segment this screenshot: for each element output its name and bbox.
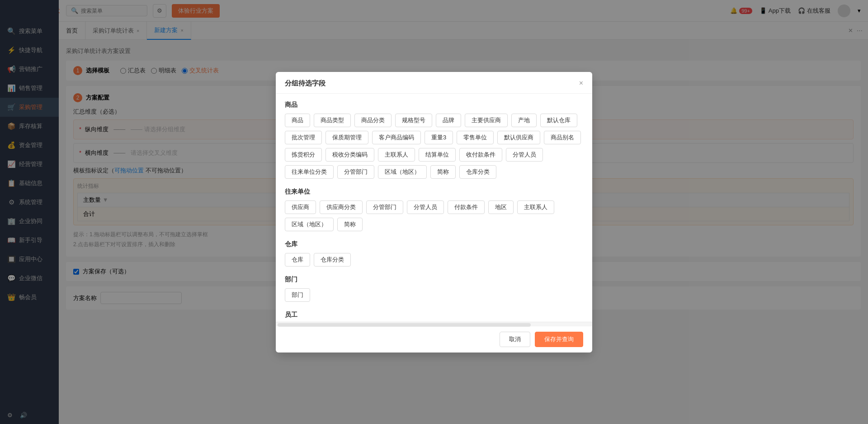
field-tag-short-name-partner[interactable]: 简称 [337,218,363,231]
field-tag-product-category[interactable]: 商品分类 [354,114,392,127]
field-group-partner-title: 往来单位 [285,188,583,196]
field-tag-pick-points[interactable]: 拣货积分 [285,148,322,162]
field-group-employee-title: 员工 [285,311,583,319]
field-tag-spec-model[interactable]: 规格型号 [395,114,432,127]
field-group-employee: 员工 业务员 [285,311,583,322]
cancel-button[interactable]: 取消 [500,332,530,347]
field-tag-weight3[interactable]: 重量3 [425,131,453,144]
field-tag-origin[interactable]: 产地 [511,114,537,127]
field-group-dept: 部门 部门 [285,276,583,302]
field-tags-product: 商品 商品类型 商品分类 规格型号 品牌 主要供应商 产地 默认仓库 批次管理 … [285,114,583,179]
field-tag-default-warehouse[interactable]: 默认仓库 [540,114,577,127]
field-tag-customer-code[interactable]: 客户商品编码 [372,131,421,144]
field-tag-person-partner[interactable]: 分管人员 [407,200,444,214]
field-tag-dept[interactable]: 部门 [285,288,310,302]
field-tag-default-supplier[interactable]: 默认供应商 [497,131,540,144]
dialog-header: 分组待选字段 × [276,72,592,94]
field-tag-shelf-life[interactable]: 保质期管理 [326,131,368,144]
field-tag-brand[interactable]: 品牌 [436,114,461,127]
field-group-dept-title: 部门 [285,276,583,284]
dialog-footer: 取消 保存并查询 [276,326,592,353]
field-tags-dept: 部门 [285,288,583,302]
field-tags-warehouse: 仓库 仓库分类 [285,253,583,267]
field-tag-warehouse-cat[interactable]: 仓库分类 [314,253,351,267]
dialog-hscrollbar[interactable] [276,322,592,326]
field-tag-main-contact[interactable]: 主联系人 [378,148,415,162]
field-tag-supplier[interactable]: 供应商 [285,200,316,214]
field-tag-warehouse[interactable]: 仓库 [285,253,310,267]
field-tag-manager[interactable]: 分管人员 [506,148,543,162]
dialog-body: 商品 商品 商品类型 商品分类 规格型号 品牌 主要供应商 产地 默认仓库 批次… [276,94,592,322]
field-tag-supplier-category[interactable]: 供应商分类 [320,200,363,214]
field-tag-manage-dept[interactable]: 分管部门 [337,165,374,179]
confirm-button[interactable]: 保存并查询 [535,332,583,347]
field-tags-partner: 供应商 供应商分类 分管部门 分管人员 付款条件 地区 主联系人 区域（地区） … [285,200,583,231]
field-tag-dept-partner[interactable]: 分管部门 [366,200,403,214]
field-tag-region-partner[interactable]: 区域（地区） [285,218,334,231]
field-tag-region-product[interactable]: 区域（地区） [378,165,427,179]
field-group-warehouse-title: 仓库 [285,240,583,248]
field-tag-area[interactable]: 地区 [488,200,514,214]
field-group-partner: 往来单位 供应商 供应商分类 分管部门 分管人员 付款条件 地区 主联系人 区域… [285,188,583,231]
field-tag-settlement-unit[interactable]: 结算单位 [419,148,456,162]
modal-overlay: 分组待选字段 × 商品 商品 商品类型 商品分类 规格型号 品牌 主要供应商 产… [0,0,868,424]
field-group-product: 商品 商品 商品类型 商品分类 规格型号 品牌 主要供应商 产地 默认仓库 批次… [285,101,583,179]
field-tag-main-contact-partner[interactable]: 主联系人 [517,200,554,214]
dialog-title: 分组待选字段 [285,79,326,88]
field-tag-tax-code[interactable]: 税收分类编码 [326,148,374,162]
field-group-warehouse: 仓库 仓库 仓库分类 [285,240,583,267]
field-tag-product-type[interactable]: 商品类型 [314,114,351,127]
field-tag-partner-category[interactable]: 往来单位分类 [285,165,334,179]
field-tag-main-supplier[interactable]: 主要供应商 [465,114,508,127]
field-tag-batch-mgmt[interactable]: 批次管理 [285,131,322,144]
field-tag-product[interactable]: 商品 [285,114,310,127]
field-tag-product-alias[interactable]: 商品别名 [544,131,581,144]
field-tag-warehouse-category[interactable]: 仓库分类 [459,165,496,179]
field-tag-short-name-product[interactable]: 简称 [430,165,456,179]
field-tag-retail-unit[interactable]: 零售单位 [457,131,494,144]
dialog-close-button[interactable]: × [579,79,583,87]
field-group-product-title: 商品 [285,101,583,109]
field-tag-payment-cond[interactable]: 付款条件 [448,200,485,214]
field-tag-payment-terms[interactable]: 收付款条件 [459,148,502,162]
dialog-field-select: 分组待选字段 × 商品 商品 商品类型 商品分类 规格型号 品牌 主要供应商 产… [276,72,592,353]
